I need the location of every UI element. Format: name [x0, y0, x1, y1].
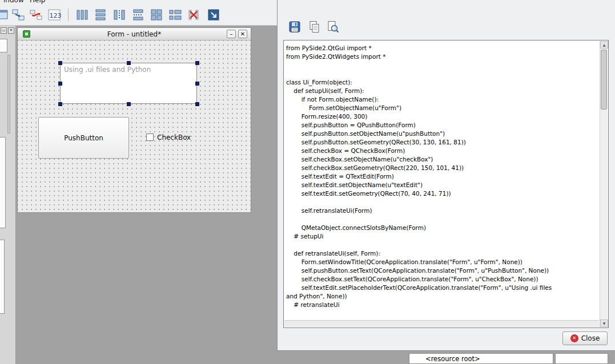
dock-panel-partial: [0, 137, 6, 228]
layout-horizontally-button[interactable]: [75, 7, 90, 22]
layout-horizontal-splitter-button[interactable]: [112, 7, 127, 22]
layout-grid-icon: [150, 8, 163, 22]
scroll-up-icon[interactable]: ▲: [600, 41, 608, 48]
svg-text:123: 123: [50, 12, 62, 19]
layout-vertically-button[interactable]: [93, 7, 108, 22]
resource-browser-side-panel: [555, 353, 608, 364]
break-layout-button[interactable]: [186, 7, 201, 22]
layout-vertically-icon: [94, 8, 107, 22]
checkbox-label: CheckBox: [157, 134, 191, 141]
close-button[interactable]: ✕: [238, 30, 247, 38]
close-dialog-label: Close: [581, 334, 600, 342]
edit-buddies-icon: [29, 8, 43, 22]
form-window-title: Form - untitled*: [18, 30, 251, 38]
layout-form-icon: [168, 8, 182, 22]
selection-handle-se[interactable]: [195, 102, 199, 106]
edit-widgets-icon: [0, 8, 10, 22]
selection-handle-e[interactable]: [195, 82, 199, 86]
selection-handle-ne[interactable]: [195, 61, 199, 65]
form-canvas[interactable]: Using .ui files and Python PushButton Ch…: [18, 41, 251, 212]
edit-signals-slots-icon: [11, 8, 25, 22]
edit-tab-order-button[interactable]: 123: [47, 7, 62, 22]
selection-handle-w[interactable]: [58, 82, 62, 86]
layout-horizontally-icon: [75, 8, 89, 22]
selection-handle-sw[interactable]: [58, 102, 62, 106]
scrollbar-thumb[interactable]: [601, 50, 607, 110]
menu-help[interactable]: Help: [30, 0, 45, 4]
form-window-titlebar[interactable]: Form - untitled* – ✕: [18, 28, 251, 41]
minimize-button[interactable]: –: [227, 30, 236, 38]
checkbox-widget[interactable]: CheckBox: [146, 133, 191, 141]
dock-float-button[interactable]: ▭: [1, 27, 7, 34]
selection-handle-n[interactable]: [127, 61, 131, 65]
resource-root-item[interactable]: <resource root>: [425, 355, 480, 363]
code-view[interactable]: from PySide2.QtGui import * from PySide2…: [283, 40, 609, 328]
break-layout-icon: [187, 8, 200, 22]
resource-browser-panel: <resource root>: [409, 353, 553, 364]
horizontal-scrollbar[interactable]: [284, 320, 599, 327]
find-button[interactable]: [325, 19, 340, 34]
adjust-size-icon: [207, 8, 220, 22]
scroll-down-icon[interactable]: ▼: [600, 319, 608, 327]
left-dock-strip: ▭ ✕: [0, 26, 16, 364]
edit-signals-slots-button[interactable]: [11, 7, 26, 22]
form-window-icon: [23, 30, 30, 38]
adjust-size-button[interactable]: [206, 7, 221, 22]
edit-widgets-button[interactable]: [0, 7, 10, 22]
layout-vertical-splitter-icon: [131, 8, 145, 22]
textedit-placeholder: Using .ui files and Python: [64, 66, 151, 74]
edit-buddies-button[interactable]: [29, 7, 43, 22]
close-x-icon: ✕: [570, 334, 578, 342]
layout-vertical-splitter-button[interactable]: [131, 7, 146, 22]
edit-tab-order-icon: 123: [47, 8, 61, 22]
menu-window[interactable]: indow: [3, 0, 24, 4]
find-icon: [326, 20, 340, 34]
vertical-scrollbar[interactable]: ▲ ▼: [600, 41, 608, 327]
selection-handle-s[interactable]: [127, 102, 131, 106]
dock-panel-partial-2: [0, 240, 5, 314]
copy-button[interactable]: [307, 19, 322, 34]
code-preview-dialog: from PySide2.QtGui import * from PySide2…: [277, 0, 615, 351]
dock-close-button[interactable]: ✕: [8, 27, 14, 34]
code-text[interactable]: from PySide2.QtGui import * from PySide2…: [286, 44, 598, 319]
save-icon: [288, 20, 302, 34]
form-editor-window: Form - untitled* – ✕ Using .ui files and…: [17, 27, 251, 213]
textedit-widget[interactable]: Using .ui files and Python: [60, 63, 197, 104]
checkbox-box[interactable]: [146, 134, 154, 141]
toolbar-separator: [68, 9, 69, 21]
qt-designer-screen: indow Help: [0, 0, 615, 364]
layout-grid-button[interactable]: [149, 7, 164, 22]
dock-scrollbar[interactable]: [7, 55, 10, 134]
pushbutton-widget[interactable]: PushButton: [38, 117, 129, 159]
save-button[interactable]: [287, 19, 302, 34]
selection-handle-nw[interactable]: [58, 61, 62, 65]
close-dialog-button[interactable]: ✕ Close: [562, 331, 608, 345]
layout-horizontal-splitter-icon: [112, 8, 126, 22]
copy-icon: [308, 20, 321, 34]
dock-field-partial: [0, 39, 7, 52]
layout-form-button[interactable]: [168, 7, 183, 22]
